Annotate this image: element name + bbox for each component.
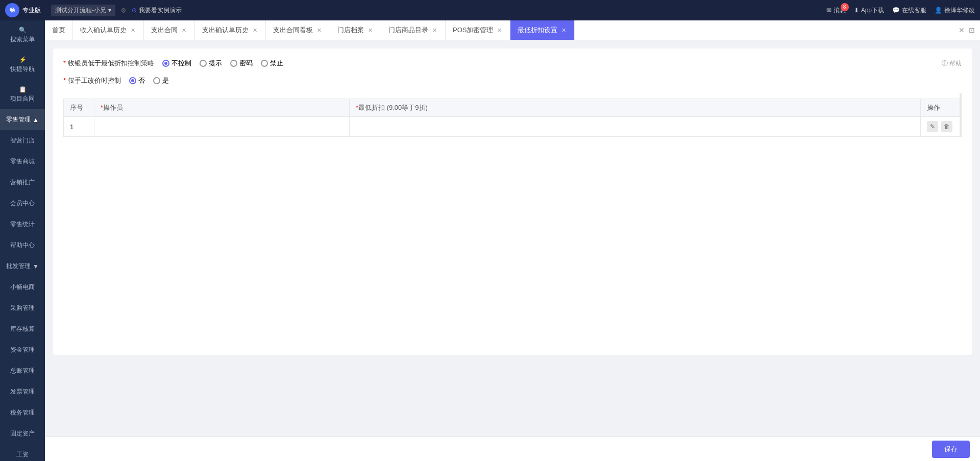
cell-seq: 1	[64, 117, 94, 137]
service-icon: 💬	[892, 7, 900, 14]
user-icon: 👤	[935, 7, 942, 14]
sidebar-item-shortcut[interactable]: ⚡ 快捷导航	[0, 50, 45, 80]
sidebar-item-member[interactable]: 会员中心	[0, 193, 45, 214]
ecommerce-label: 小畅电商	[10, 283, 35, 292]
cell-min-discount[interactable]	[350, 117, 921, 137]
radio-password[interactable]: 密码	[230, 59, 253, 68]
project-dropdown-icon: ▾	[108, 7, 111, 14]
sidebar-item-accounting[interactable]: 总账管理	[0, 360, 45, 381]
sidebar-item-invoice[interactable]: 发票管理	[0, 381, 45, 402]
sidebar-item-assets[interactable]: 固定资产	[0, 423, 45, 444]
page-card: * 收银员低于最低折扣控制策略 不控制 提示	[53, 48, 972, 355]
tab-home[interactable]: 首页	[45, 20, 73, 40]
cashier-policy-row: * 收银员低于最低折扣控制策略 不控制 提示	[63, 59, 962, 68]
finance-label: 资金管理	[10, 346, 35, 354]
radio-manual-yes[interactable]: 是	[153, 76, 169, 85]
project-icon: 📋	[19, 86, 27, 93]
tab-store-goods[interactable]: 门店商品目录 ✕	[381, 20, 446, 40]
col-divider[interactable]	[960, 93, 962, 137]
sidebar-item-retail[interactable]: 零售管理 ▲	[0, 109, 45, 130]
tab-store-goods-close[interactable]: ✕	[431, 27, 438, 34]
sidebar-label-search: 搜索菜单	[10, 35, 35, 44]
tab-store-archive-label: 门店档案	[337, 26, 364, 35]
radio-no-control[interactable]: 不控制	[162, 59, 191, 68]
tab-payment-contract-close[interactable]: ✕	[181, 27, 187, 34]
sidebar-item-retail-mall[interactable]: 零售商城	[0, 151, 45, 172]
radio-forbid[interactable]: 禁止	[261, 59, 283, 68]
sidebar-item-salary[interactable]: 工资	[0, 444, 45, 461]
app-download-label: App下载	[861, 6, 884, 15]
demo-link[interactable]: ⊙ 我要看实例演示	[132, 6, 182, 15]
edit-btn[interactable]: ✎	[927, 121, 938, 132]
sidebar-item-smart-store[interactable]: 智营门店	[0, 130, 45, 151]
user-label: 徐泽华修改	[944, 6, 975, 15]
tab-income-history-close[interactable]: ✕	[130, 27, 136, 34]
manual-price-radio-group: 否 是	[129, 76, 169, 85]
sidebar-item-wholesale[interactable]: 批发管理 ▼	[0, 256, 45, 277]
user-btn[interactable]: 👤 徐泽华修改	[935, 6, 975, 15]
accounting-label: 总账管理	[10, 367, 35, 375]
tab-payment-confirm-history[interactable]: 支出确认单历史 ✕	[195, 20, 266, 40]
tab-home-label: 首页	[52, 26, 65, 35]
help-text: 帮助	[949, 59, 962, 68]
tab-payment-contract[interactable]: 支出合同 ✕	[144, 20, 195, 40]
tab-store-archive[interactable]: 门店档案 ✕	[330, 20, 381, 40]
help-label: 帮助中心	[10, 241, 35, 250]
table-row: 1 ✎ 🗑	[64, 117, 962, 137]
save-button[interactable]: 保存	[932, 441, 970, 458]
delete-btn[interactable]: 🗑	[941, 121, 952, 132]
tab-close-all-btn[interactable]: ✕	[959, 26, 965, 34]
radio-manual-no[interactable]: 否	[129, 76, 145, 85]
top-bar: 畅 专业版 测试分开流程-小兄 ▾ ⚙ ⊙ 我要看实例演示 ✉ 消息 8 ⬇ A…	[0, 0, 980, 20]
tab-min-discount-close[interactable]: ✕	[560, 27, 567, 34]
tab-income-history[interactable]: 收入确认单历史 ✕	[73, 20, 144, 40]
sidebar-item-marketing[interactable]: 营销推广	[0, 172, 45, 193]
gear-icon[interactable]: ⚙	[120, 7, 127, 14]
sidebar: 🔍 搜索菜单 ⚡ 快捷导航 📋 项目合同 零售管理 ▲ 智营门店 零售商城 营销…	[0, 20, 45, 461]
sidebar-item-ecommerce[interactable]: 小畅电商	[0, 277, 45, 298]
radio-remind-circle	[200, 60, 207, 67]
sidebar-item-search[interactable]: 🔍 搜索菜单	[0, 20, 45, 50]
app-logo: 畅 专业版	[5, 3, 46, 17]
sidebar-item-inventory[interactable]: 库存核算	[0, 319, 45, 339]
sidebar-item-project[interactable]: 📋 项目合同	[0, 80, 45, 109]
sidebar-item-finance[interactable]: 资金管理	[0, 339, 45, 360]
tab-expand-btn[interactable]: ⊡	[969, 26, 975, 34]
messages-badge: 8	[841, 3, 849, 11]
message-icon: ✉	[826, 7, 831, 14]
help-icon: ⓘ	[942, 59, 948, 68]
sidebar-item-tax[interactable]: 税务管理	[0, 402, 45, 423]
sidebar-item-retail-stats[interactable]: 零售统计	[0, 214, 45, 235]
tab-payment-board[interactable]: 支出合同看板 ✕	[266, 20, 330, 40]
marketing-label: 营销推广	[10, 178, 35, 187]
online-service-btn[interactable]: 💬 在线客服	[892, 6, 926, 15]
tab-min-discount[interactable]: 最低折扣设置 ✕	[510, 20, 575, 40]
cell-operator[interactable]	[94, 117, 350, 137]
tab-payment-board-close[interactable]: ✕	[316, 27, 323, 34]
tab-pos-password-close[interactable]: ✕	[496, 27, 503, 34]
tab-payment-confirm-history-close[interactable]: ✕	[252, 27, 258, 34]
app-download-btn[interactable]: ⬇ App下载	[854, 6, 884, 15]
sidebar-item-help[interactable]: 帮助中心	[0, 235, 45, 256]
tab-store-archive-close[interactable]: ✕	[367, 27, 374, 34]
radio-forbid-label: 禁止	[270, 59, 283, 68]
tab-pos-password[interactable]: POS加密管理 ✕	[446, 20, 510, 40]
cashier-policy-radio-group: 不控制 提示 密码 禁止	[162, 59, 283, 68]
tab-income-history-label: 收入确认单历史	[80, 26, 127, 35]
smart-store-label: 智营门店	[10, 136, 35, 145]
radio-remind[interactable]: 提示	[200, 59, 222, 68]
messages-btn[interactable]: ✉ 消息 8	[826, 6, 846, 15]
project-selector[interactable]: 测试分开流程-小兄 ▾	[51, 5, 115, 16]
radio-manual-yes-circle	[153, 77, 160, 84]
manual-price-label: * 仅手工改价时控制	[63, 76, 121, 85]
radio-manual-no-circle	[129, 77, 136, 84]
top-bar-right: ✉ 消息 8 ⬇ App下载 💬 在线客服 👤 徐泽华修改	[826, 6, 975, 15]
sidebar-item-purchase[interactable]: 采购管理	[0, 298, 45, 319]
help-link[interactable]: ⓘ 帮助	[942, 59, 962, 68]
shortcut-icon: ⚡	[19, 56, 27, 63]
content-area: 首页 收入确认单历史 ✕ 支出合同 ✕ 支出确认单历史 ✕ 支出合同看板 ✕ 门…	[45, 20, 980, 461]
required-star-1: *	[63, 59, 66, 67]
tab-payment-board-label: 支出合同看板	[273, 26, 313, 35]
tab-bar: 首页 收入确认单历史 ✕ 支出合同 ✕ 支出确认单历史 ✕ 支出合同看板 ✕ 门…	[45, 20, 980, 40]
col-operator-header: *操作员	[94, 99, 350, 117]
